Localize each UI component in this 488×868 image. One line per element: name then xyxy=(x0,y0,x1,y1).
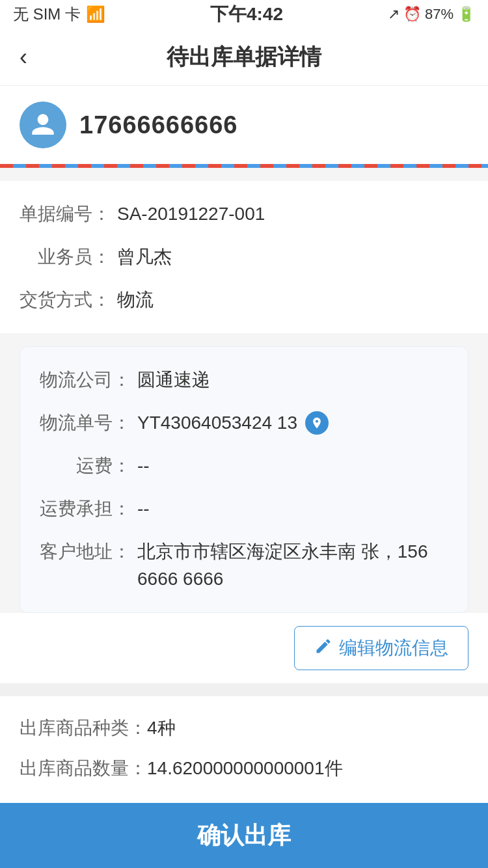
battery-icon: 🔋 xyxy=(457,6,475,23)
tracking-no-row: 物流单号： YT43064053424 13 xyxy=(40,409,448,437)
freight-bearer-value: -- xyxy=(137,495,448,522)
page-title: 待出库单据详情 xyxy=(167,42,321,72)
salesman-value: 曾凡杰 xyxy=(117,243,468,271)
edit-btn-container: 编辑物流信息 xyxy=(0,613,488,683)
delivery-method-label: 交货方式： xyxy=(20,286,111,314)
location-icon: ↗ xyxy=(388,6,400,23)
sim-label: 无 SIM 卡 xyxy=(13,4,81,25)
product-types-row: 出库商品种类： 4种 xyxy=(20,716,468,740)
tracking-no-value: YT43064053424 13 xyxy=(137,409,448,437)
alarm-icon: ⏰ xyxy=(403,6,421,23)
logistics-card: 物流公司： 圆通速递 物流单号： YT43064053424 13 运费： --… xyxy=(20,346,468,613)
status-bar: 无 SIM 卡 📶 下午4:42 ↗ ⏰ 87% 🔋 xyxy=(0,0,488,29)
customer-phone: 17666666666 xyxy=(79,111,237,139)
nav-bar: ‹ 待出库单据详情 xyxy=(0,29,488,86)
edit-icon xyxy=(314,637,332,660)
address-value: 北京市市辖区海淀区永丰南 张，156 6666 6666 xyxy=(137,538,448,593)
address-label: 客户地址： xyxy=(40,538,131,565)
freight-bearer-row: 运费承担： -- xyxy=(40,495,448,522)
salesman-label: 业务员： xyxy=(20,243,111,271)
freight-bearer-label: 运费承担： xyxy=(40,495,131,522)
back-button[interactable]: ‹ xyxy=(20,44,27,71)
document-no-value: SA-20191227-001 xyxy=(117,200,468,228)
product-types-value: 4种 xyxy=(147,716,176,740)
basic-info-section: 单据编号： SA-20191227-001 业务员： 曾凡杰 交货方式： 物流 xyxy=(0,181,488,333)
address-row: 客户地址： 北京市市辖区海淀区永丰南 张，156 6666 6666 xyxy=(40,538,448,593)
document-no-label: 单据编号： xyxy=(20,200,111,228)
salesman-row: 业务员： 曾凡杰 xyxy=(20,243,468,271)
logistics-company-row: 物流公司： 圆通速递 xyxy=(40,366,448,394)
status-left: 无 SIM 卡 📶 xyxy=(13,4,105,25)
freight-label: 运费： xyxy=(40,452,131,480)
wifi-icon: 📶 xyxy=(86,5,105,23)
delivery-method-value: 物流 xyxy=(117,286,468,314)
person-icon xyxy=(30,112,56,138)
status-time: 下午4:42 xyxy=(210,2,283,27)
product-types-label: 出库商品种类： xyxy=(20,716,147,740)
logistics-company-label: 物流公司： xyxy=(40,366,131,394)
document-no-row: 单据编号： SA-20191227-001 xyxy=(20,200,468,228)
confirm-label: 确认出库 xyxy=(197,820,291,852)
product-quantity-row: 出库商品数量： 14.620000000000001件 xyxy=(20,756,468,781)
freight-value: -- xyxy=(137,452,448,480)
customer-header: 17666666666 xyxy=(0,86,488,164)
edit-logistics-label: 编辑物流信息 xyxy=(339,636,448,660)
tracking-no-label: 物流单号： xyxy=(40,409,131,437)
product-quantity-label: 出库商品数量： xyxy=(20,756,147,781)
avatar xyxy=(20,102,66,148)
edit-logistics-button[interactable]: 编辑物流信息 xyxy=(294,626,468,670)
delivery-method-row: 交货方式： 物流 xyxy=(20,286,468,314)
map-pin-icon[interactable] xyxy=(305,411,329,435)
products-section: 出库商品种类： 4种 出库商品数量： 14.620000000000001件 xyxy=(0,696,488,800)
confirm-button[interactable]: 确认出库 xyxy=(0,803,488,868)
dashed-separator xyxy=(0,164,488,168)
logistics-company-value: 圆通速递 xyxy=(137,366,448,394)
freight-row: 运费： -- xyxy=(40,452,448,480)
status-right: ↗ ⏰ 87% 🔋 xyxy=(388,6,475,23)
section-divider xyxy=(0,683,488,696)
product-quantity-value: 14.620000000000001件 xyxy=(147,756,343,781)
battery-label: 87% xyxy=(425,6,454,23)
